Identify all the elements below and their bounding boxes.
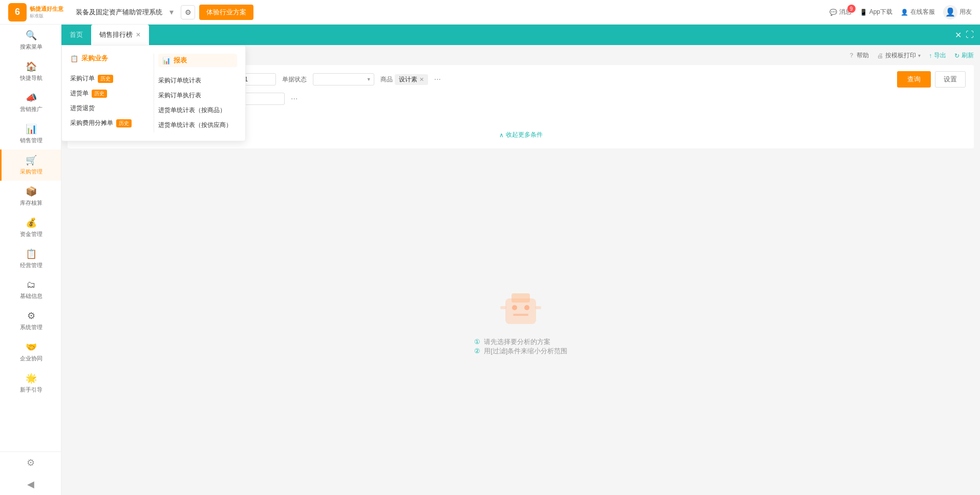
sidebar: 🔍 搜索菜单 🏠 快捷导航 📣 营销推广 📊 销售管理 🛒 采购管理 📦 库存核… xyxy=(0,25,61,495)
sidebar-item-newguide[interactable]: 🌟 新手引导 xyxy=(0,368,61,399)
top-header: 6 畅捷通好生意 标准版 装备及固定资产辅助管理系统 ▾ ⚙ 体验行业方案 💬 … xyxy=(0,0,980,25)
sidebar-label-search: 搜索菜单 xyxy=(20,43,42,51)
dropdown-item-receive-stat[interactable]: 进货单统计表（按商品） xyxy=(158,103,238,118)
sidebar-item-purchase[interactable]: 🛒 采购管理 xyxy=(0,149,61,181)
tab-close-all-btn[interactable]: ✕ xyxy=(955,30,962,40)
sidebar-label-inventory: 库存核算 xyxy=(20,199,42,207)
sidebar-label-sales: 销售管理 xyxy=(20,137,42,144)
goods-label: 商品 xyxy=(380,75,393,84)
cooperation-icon: 🤝 xyxy=(26,341,37,353)
search-button[interactable]: 查询 xyxy=(897,71,931,88)
online-service-btn[interactable]: 👤 在线客服 xyxy=(901,8,935,16)
expense-label: 采购费用分摊单 xyxy=(70,119,113,127)
status-label: 单据状态 xyxy=(282,75,307,84)
dropdown-col-purchase: 📋 采购业务 采购订单 历史 进货单 历史 进货退货 采购费用分摊单 历史 xyxy=(70,54,150,133)
search-icon: 🔍 xyxy=(26,30,37,41)
system-dropdown-btn[interactable]: ▾ xyxy=(166,7,177,17)
app-download-btn[interactable]: 📱 App下载 xyxy=(860,8,892,16)
refresh-icon: ↻ xyxy=(954,52,960,59)
empty-robot-svg xyxy=(495,288,546,329)
tab-sales-rank[interactable]: 销售排行榜 ✕ xyxy=(91,25,149,45)
report-icon: 📊 xyxy=(162,57,171,64)
dropdown-item-receive-supplier[interactable]: 进货单统计表（按供应商） xyxy=(158,118,238,133)
service-icon: 👤 xyxy=(901,9,908,16)
help-icon: ？ xyxy=(848,51,855,60)
empty-hints: ① 请先选择要分析的方案 ② 用[过滤]条件来缩小分析范围 xyxy=(474,337,568,356)
logo-icon: 6 xyxy=(8,3,27,21)
dropdown-item-po-detail[interactable]: 采购订单执行表 xyxy=(158,88,238,103)
sidebar-item-capital[interactable]: 💰 资金管理 xyxy=(0,212,61,243)
svg-point-3 xyxy=(524,305,529,310)
sidebar-item-basic[interactable]: 🗂 基础信息 xyxy=(0,274,61,305)
header-right: 💬 消息 9 📱 App下载 👤 在线客服 👤 用友 xyxy=(829,5,972,19)
report-label: 报表 xyxy=(174,56,187,65)
content-area: 首页 销售排行榜 ✕ ✕ ⛶ ？ 帮助 🖨 xyxy=(61,25,980,495)
tab-close-icon[interactable]: ✕ xyxy=(136,31,141,38)
sidebar-item-marketing[interactable]: 📣 营销推广 xyxy=(0,87,61,118)
sidebar-item-cooperation[interactable]: 🤝 企业协同 xyxy=(0,336,61,368)
sidebar-label-purchase: 采购管理 xyxy=(20,168,42,176)
dropdown-item-return[interactable]: 进货退货 xyxy=(70,101,150,116)
print-dropdown-icon: ▾ xyxy=(918,53,921,58)
status-select[interactable] xyxy=(313,73,374,85)
dropdown-item-po[interactable]: 采购订单 历史 xyxy=(70,71,150,86)
sidebar-item-operations[interactable]: 📋 经营管理 xyxy=(0,243,61,274)
sidebar-settings-btn[interactable]: ⚙ xyxy=(0,452,61,474)
user-menu-btn[interactable]: 👤 用友 xyxy=(943,5,972,19)
dropdown-item-po-stat[interactable]: 采购订单统计表 xyxy=(158,73,238,88)
svg-point-2 xyxy=(512,305,517,310)
settings-small-button[interactable]: 设置 xyxy=(935,71,966,88)
action-btns: 查询 设置 xyxy=(897,71,966,88)
dropdown-item-receiving[interactable]: 进货单 历史 xyxy=(70,86,150,101)
inventory-icon: 📦 xyxy=(26,186,37,197)
svg-rect-6 xyxy=(535,306,541,309)
refresh-btn[interactable]: ↻ 刷新 xyxy=(954,51,974,60)
tab-home[interactable]: 首页 xyxy=(61,25,91,45)
trial-button[interactable]: 体验行业方案 xyxy=(199,5,253,20)
receiving-label: 进货单 xyxy=(70,89,89,98)
dropdown-col-report: 📊 报表 采购订单统计表 采购订单执行表 进货单统计表（按商品） 进货单统计表（… xyxy=(158,54,238,133)
sidebar-item-inventory[interactable]: 📦 库存核算 xyxy=(0,181,61,212)
settings-icon-btn[interactable]: ⚙ xyxy=(181,5,195,19)
receiving-history-tag: 历史 xyxy=(92,90,107,98)
tab-bar: 首页 销售排行榜 ✕ ✕ ⛶ xyxy=(61,25,980,45)
goods-tag: 设计素 ✕ xyxy=(395,74,428,85)
return-label: 进货退货 xyxy=(70,104,95,113)
help-btn[interactable]: ？ 帮助 xyxy=(848,51,869,60)
dropdown-menu: 📋 采购业务 采购订单 历史 进货单 历史 进货退货 采购费用分摊单 历史 xyxy=(61,45,246,141)
dropdown-item-expense[interactable]: 采购费用分摊单 历史 xyxy=(70,116,150,131)
po-history-tag: 历史 xyxy=(98,75,113,83)
empty-hint-2: ② 用[过滤]条件来缩小分析范围 xyxy=(474,347,568,356)
receive-supplier-label: 进货单统计表（按供应商） xyxy=(158,121,232,130)
system-title: 装备及固定资产辅助管理系统 xyxy=(76,8,162,17)
dropdown-col-report-title: 📊 报表 xyxy=(158,54,238,67)
row2-dots[interactable]: ··· xyxy=(291,94,297,103)
avatar: 👤 xyxy=(943,5,957,19)
purchase-biz-icon: 📋 xyxy=(70,55,78,62)
sidebar-label-cooperation: 企业协同 xyxy=(20,355,42,362)
toolbar-right: ？ 帮助 🖨 按模板打印 ▾ ↑ 导出 ↻ 刷新 xyxy=(848,51,974,60)
status-select-wrap[interactable] xyxy=(313,73,374,85)
marketing-icon: 📣 xyxy=(26,92,37,103)
sidebar-label-marketing: 营销推广 xyxy=(20,105,42,113)
system-icon: ⚙ xyxy=(27,310,35,321)
tab-home-label: 首页 xyxy=(70,30,83,39)
tab-expand-btn[interactable]: ⛶ xyxy=(966,30,974,39)
row1-dots[interactable]: ··· xyxy=(434,75,441,84)
sidebar-collapse-btn[interactable]: ◀ xyxy=(0,474,61,495)
purchase-icon: 🛒 xyxy=(26,155,37,166)
sidebar-item-system[interactable]: ⚙ 系统管理 xyxy=(0,305,61,336)
po-stat-label: 采购订单统计表 xyxy=(158,76,201,85)
sidebar-item-search[interactable]: 🔍 搜索菜单 xyxy=(0,25,61,56)
tab-bar-right: ✕ ⛶ xyxy=(955,30,980,40)
print-btn[interactable]: 🖨 按模板打印 ▾ xyxy=(877,51,921,60)
messages-btn[interactable]: 💬 消息 9 xyxy=(829,8,851,16)
sidebar-label-basic: 基础信息 xyxy=(20,292,42,300)
export-btn[interactable]: ↑ 导出 xyxy=(929,51,946,60)
sidebar-item-quicknav[interactable]: 🏠 快捷导航 xyxy=(0,56,61,87)
purchase-biz-label: 采购业务 xyxy=(81,54,108,63)
goods-tag-remove[interactable]: ✕ xyxy=(419,76,424,83)
sidebar-item-sales[interactable]: 📊 销售管理 xyxy=(0,118,61,149)
sales-icon: 📊 xyxy=(26,123,37,135)
receive-stat-label: 进货单统计表（按商品） xyxy=(158,106,226,115)
